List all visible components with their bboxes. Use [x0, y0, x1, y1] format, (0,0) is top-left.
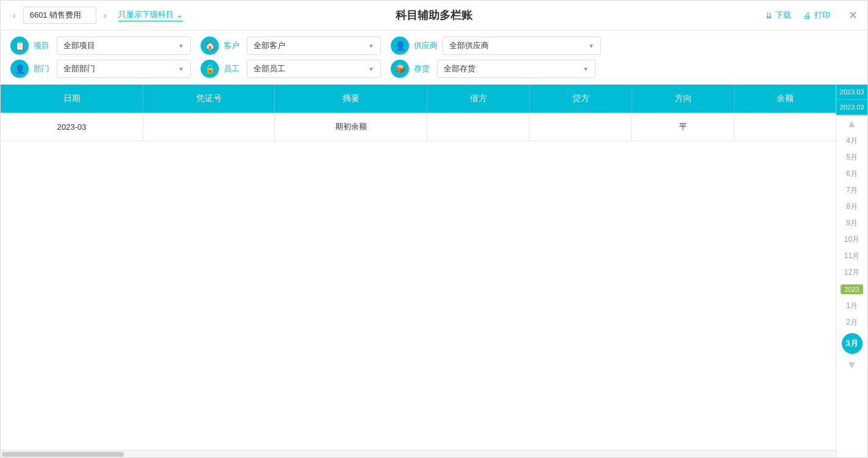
filter-employee: 🔒 员工 全部员工 ▼ [201, 60, 381, 78]
col-balance: 余额 [735, 85, 836, 113]
supplier-label: 供应商 [414, 40, 438, 51]
col-summary: 摘要 [275, 85, 427, 113]
inventory-value: 全部存货 [444, 63, 475, 74]
year-badge: 2023 [841, 284, 863, 294]
filter-project: 📋 项目 全部项目 ▼ [10, 37, 191, 55]
department-select[interactable]: 全部部门 ▼ [57, 60, 191, 78]
title-bar-left: ‹ 6601 销售费用 › 只显示下级科目 ⌄ [10, 7, 183, 24]
supplier-value: 全部供应商 [449, 40, 489, 51]
content-area: 日期 凭证号 摘要 借方 贷方 方向 余额 2023-03 期初余额 [1, 85, 867, 457]
col-credit: 贷方 [530, 85, 632, 113]
month-5[interactable]: 5月 [836, 149, 867, 166]
print-icon: 🖨 [803, 11, 811, 20]
employee-value: 全部员工 [254, 63, 285, 74]
filter-department: 👤 部门 全部部门 ▼ [10, 60, 191, 78]
supplier-icon: 👤 [391, 37, 409, 55]
project-value: 全部项目 [63, 40, 95, 51]
cell-balance [735, 113, 836, 141]
period-top-2-label: 2023.03 [840, 104, 864, 111]
supplier-arrow: ▼ [588, 43, 594, 49]
col-date: 日期 [1, 85, 143, 113]
filter-row-2: 👤 部门 全部部门 ▼ 🔒 员工 全部员工 ▼ 📦 存货 全部存货 [10, 60, 858, 78]
cell-summary: 期初余额 [275, 113, 427, 141]
department-value: 全部部门 [63, 63, 95, 74]
show-sub-label: 只显示下级科目 [118, 9, 174, 20]
employee-label: 员工 [224, 63, 242, 74]
month-12[interactable]: 12月 [836, 264, 867, 281]
customer-label: 客户 [224, 40, 242, 51]
table-header-row: 日期 凭证号 摘要 借方 贷方 方向 余额 [1, 85, 836, 113]
table-row: 2023-03 期初余额 平 [1, 113, 836, 141]
project-select[interactable]: 全部项目 ▼ [57, 37, 191, 55]
scroll-thumb[interactable] [2, 452, 124, 457]
scroll-up-arrow[interactable]: ▲ [844, 115, 860, 133]
period-top-1[interactable]: 2023.03 [836, 85, 867, 100]
filter-area: 📋 项目 全部项目 ▼ 🏠 客户 全部客户 ▼ 👤 供应商 全部供应 [1, 30, 867, 85]
month-1[interactable]: 1月 [836, 298, 867, 314]
year-badge-container: 2023 [839, 281, 864, 298]
employee-select[interactable]: 全部员工 ▼ [247, 60, 381, 78]
title-bar-right: ⇊ 下载 🖨 打印 ✕ [766, 9, 858, 22]
cell-voucher [143, 113, 275, 141]
month-10[interactable]: 10月 [836, 231, 867, 248]
customer-icon: 🏠 [201, 37, 219, 55]
main-table-area: 日期 凭证号 摘要 借方 贷方 方向 余额 2023-03 期初余额 [1, 85, 836, 457]
print-button[interactable]: 🖨 打印 [803, 10, 830, 21]
department-arrow: ▼ [178, 66, 184, 72]
month-4[interactable]: 4月 [836, 133, 867, 149]
current-month-badge[interactable]: 3月 [842, 333, 863, 354]
download-icon: ⇊ [766, 11, 772, 20]
col-debit: 借方 [427, 85, 530, 113]
prev-account-arrow[interactable]: ‹ [10, 9, 18, 21]
scroll-down-arrow[interactable]: ▼ [844, 356, 860, 374]
supplier-select[interactable]: 全部供应商 ▼ [443, 37, 601, 55]
close-button[interactable]: ✕ [848, 9, 858, 22]
download-button[interactable]: ⇊ 下载 [766, 10, 791, 21]
month-7[interactable]: 7月 [836, 182, 867, 199]
cell-credit [530, 113, 632, 141]
customer-arrow: ▼ [368, 43, 374, 49]
account-code[interactable]: 6601 销售费用 [23, 7, 96, 24]
show-sub-toggle[interactable]: 只显示下级科目 ⌄ [118, 9, 183, 21]
project-arrow: ▼ [178, 43, 184, 49]
cell-debit [427, 113, 530, 141]
month-11[interactable]: 11月 [836, 248, 867, 264]
cell-date: 2023-03 [1, 113, 143, 141]
table-empty-area [1, 141, 836, 450]
filter-customer: 🏠 客户 全部客户 ▼ [201, 37, 381, 55]
month-9[interactable]: 9月 [836, 215, 867, 231]
employee-icon: 🔒 [201, 60, 219, 78]
inventory-icon: 📦 [391, 60, 409, 78]
employee-arrow: ▼ [368, 66, 374, 72]
department-icon: 👤 [10, 60, 29, 78]
print-label: 打印 [814, 10, 830, 21]
col-voucher: 凭证号 [143, 85, 275, 113]
download-label: 下载 [775, 10, 791, 21]
data-table: 日期 凭证号 摘要 借方 贷方 方向 余额 2023-03 期初余额 [1, 85, 836, 141]
next-account-arrow[interactable]: › [101, 9, 109, 21]
inventory-select[interactable]: 全部存货 ▼ [437, 60, 596, 78]
filter-row-1: 📋 项目 全部项目 ▼ 🏠 客户 全部客户 ▼ 👤 供应商 全部供应 [10, 37, 858, 55]
customer-select[interactable]: 全部客户 ▼ [247, 37, 381, 55]
chevron-down-icon: ⌄ [176, 10, 183, 19]
right-sidebar: 2023.03 2023.03 ▲ 4月 5月 6月 7月 8月 9月 10月 … [836, 85, 867, 457]
filter-inventory: 📦 存货 全部存货 ▼ [391, 60, 596, 78]
filter-supplier: 👤 供应商 全部供应商 ▼ [391, 37, 601, 55]
title-bar: ‹ 6601 销售费用 › 只显示下级科目 ⌄ 科目辅助多栏账 ⇊ 下载 🖨 打… [1, 1, 867, 30]
cell-direction: 平 [632, 113, 735, 141]
department-label: 部门 [34, 63, 52, 74]
project-icon: 📋 [10, 37, 29, 55]
current-month-container[interactable]: 3月 [841, 331, 864, 356]
page-title: 科目辅助多栏账 [396, 8, 472, 23]
period-top-1-label: 2023.03 [840, 88, 864, 96]
inventory-arrow: ▼ [583, 66, 589, 72]
month-6[interactable]: 6月 [836, 166, 867, 182]
month-2[interactable]: 2月 [836, 314, 867, 331]
inventory-label: 存货 [414, 63, 432, 74]
horizontal-scrollbar[interactable] [1, 450, 836, 457]
period-top-2[interactable]: 2023.03 [836, 100, 867, 115]
month-8[interactable]: 8月 [836, 199, 867, 215]
project-label: 项目 [34, 40, 52, 51]
col-direction: 方向 [632, 85, 735, 113]
customer-value: 全部客户 [254, 40, 285, 51]
